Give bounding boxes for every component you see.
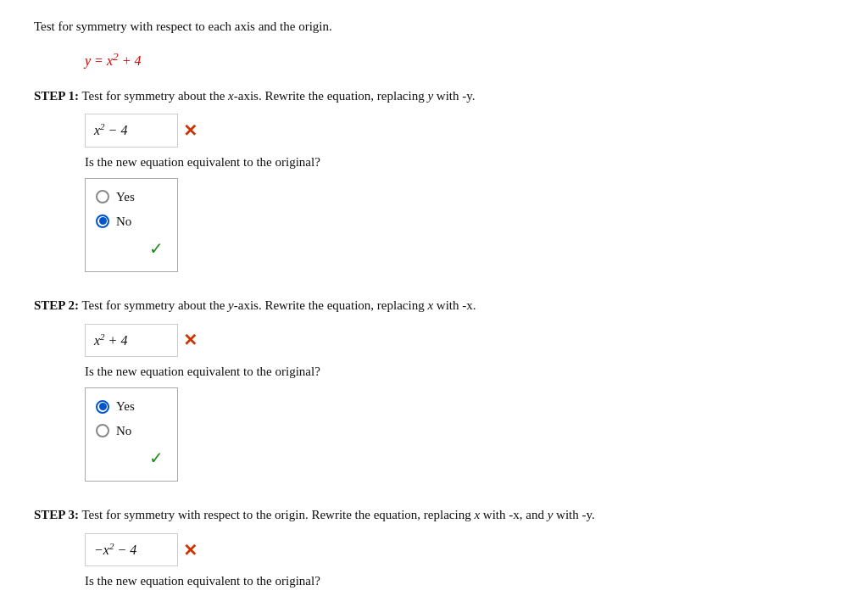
step-2-equation-box: x2 + 4 [85, 324, 178, 357]
step-1-answer-box: Yes No ✓ [85, 178, 178, 272]
step-3-label: STEP 3: Test for symmetry with respect t… [34, 505, 834, 525]
step-2-checkmark: ✓ [96, 445, 164, 471]
step-1-x-mark: ✕ [183, 122, 198, 139]
step-1-checkmark: ✓ [96, 236, 164, 261]
step-2-yes-label: Yes [116, 397, 135, 416]
step-1-block: STEP 1: Test for symmetry about the x-ax… [34, 86, 834, 272]
step-2-equation-wrapper: x2 + 4 ✕ [34, 324, 834, 357]
step-3-question: Is the new equation equivalent to the or… [34, 571, 834, 591]
step-1-yes-label: Yes [116, 187, 135, 207]
step-1-question: Is the new equation equivalent to the or… [34, 153, 834, 172]
step-2-yes-radio[interactable] [96, 400, 109, 414]
step-2-yes-row[interactable]: Yes [96, 397, 164, 416]
step-1-yes-radio[interactable] [96, 190, 109, 203]
step-1-no-radio-inner [99, 217, 107, 225]
main-equation: y = x2 + 4 [34, 48, 834, 71]
step-2-label: STEP 2: Test for symmetry about the y-ax… [34, 296, 834, 315]
step-2-no-label: No [116, 421, 131, 441]
step-2-yes-radio-inner [99, 403, 107, 410]
step-2-block: STEP 2: Test for symmetry about the y-ax… [34, 296, 834, 482]
step-1-no-row[interactable]: No [96, 212, 164, 231]
step-1-label: STEP 1: Test for symmetry about the x-ax… [34, 86, 834, 106]
step-3-block: STEP 3: Test for symmetry with respect t… [34, 505, 834, 596]
step-1-equation-wrapper: x2 − 4 ✕ [34, 114, 834, 147]
step-3-equation-box: −x2 − 4 [85, 533, 178, 566]
step-1-no-label: No [116, 212, 131, 231]
step-3-equation-wrapper: −x2 − 4 ✕ [34, 533, 834, 566]
intro-text: Test for symmetry with respect to each a… [34, 17, 834, 36]
step-1-yes-row[interactable]: Yes [96, 187, 164, 207]
step-2-question: Is the new equation equivalent to the or… [34, 362, 834, 382]
step-1-equation-box: x2 − 4 [85, 114, 178, 147]
step-3-x-mark: ✕ [183, 542, 198, 559]
step-2-no-radio[interactable] [96, 424, 109, 437]
step-2-answer-box: Yes No ✓ [85, 387, 178, 482]
step-2-x-mark: ✕ [183, 331, 198, 348]
step-1-no-radio[interactable] [96, 214, 109, 228]
step-2-no-row[interactable]: No [96, 421, 164, 441]
